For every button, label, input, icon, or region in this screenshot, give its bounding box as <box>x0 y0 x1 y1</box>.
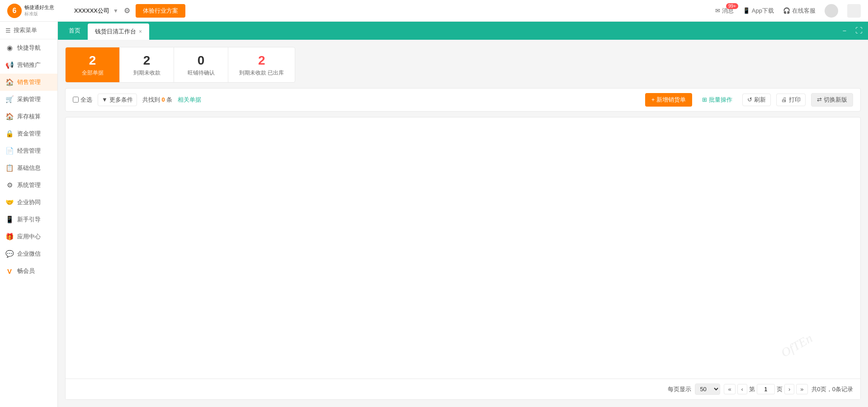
service-label: 在线客服 <box>792 7 816 15</box>
app-center-icon: 🎁 <box>5 233 14 241</box>
system-icon: ⚙ <box>5 181 14 189</box>
sidebar-item-label: 资金管理 <box>17 130 41 138</box>
sidebar-item-wechat[interactable]: 💬 企业微信 <box>0 245 57 262</box>
toolbar: 全选 ▼ 更多条件 共找到 0 条 相关单据 + 新增销货单 <box>65 88 861 112</box>
switch-btn[interactable]: ⇄ 切换新版 <box>811 93 853 107</box>
company-dropdown-icon: ▼ <box>113 8 118 14</box>
table-area: 每页显示 50 100 200 « ‹ 第 1 页 › » <box>65 117 861 400</box>
sidebar-item-label: 应用中心 <box>17 233 41 241</box>
page-input[interactable]: 1 <box>757 384 775 394</box>
tab-home[interactable]: 首页 <box>61 22 88 40</box>
search-label: 搜索菜单 <box>14 26 37 34</box>
logo-sub: 标准版 <box>24 11 54 17</box>
next-page-btn[interactable]: › <box>784 384 794 394</box>
sidebar-item-quick-nav[interactable]: ◉ 快捷导航 <box>0 39 57 56</box>
stat-pending-label: 旺铺待确认 <box>185 69 217 77</box>
batch-btn[interactable]: ⊞ 批量操作 <box>698 94 737 106</box>
purchase-icon: 🛒 <box>5 95 14 103</box>
tab-active[interactable]: 钱货日清工作台 × <box>88 23 149 40</box>
search-icon: ☰ <box>5 27 11 34</box>
related-btn[interactable]: 相关单据 <box>178 96 201 104</box>
first-page-btn[interactable]: « <box>724 384 735 394</box>
quick-nav-icon: ◉ <box>5 44 14 52</box>
sidebar-item-label: 销售管理 <box>17 78 41 86</box>
stat-overdue-label: 到期未收款 <box>131 69 163 77</box>
logo-text: 畅捷通好生意 <box>24 4 54 10</box>
sidebar-item-purchase[interactable]: 🛒 采购管理 <box>0 91 57 108</box>
sidebar-item-member[interactable]: V 畅会员 <box>0 262 57 280</box>
sidebar-item-label: 基础信息 <box>17 164 41 172</box>
sidebar-item-finance[interactable]: 🔒 资金管理 <box>0 125 57 142</box>
refresh-btn[interactable]: ↺ 刷新 <box>742 94 771 106</box>
layout: ☰ 搜索菜单 ◉ 快捷导航 📢 营销推广 🏠 销售管理 🛒 采购管理 🏠 库存核… <box>0 22 868 407</box>
sidebar-item-label: 库存核算 <box>17 112 41 121</box>
user-menu[interactable] <box>847 4 861 18</box>
sidebar-item-operations[interactable]: 📄 经营管理 <box>0 142 57 159</box>
switch-icon: ⇄ <box>817 96 822 103</box>
logo-icon: 6 <box>7 4 22 18</box>
stat-pending-num: 0 <box>185 53 217 68</box>
sidebar-item-system[interactable]: ⚙ 系统管理 <box>0 177 57 194</box>
refresh-icon: ↺ <box>747 96 752 103</box>
tab-minimize-btn[interactable]: － <box>839 24 850 37</box>
service-icon: 🎧 <box>783 7 790 14</box>
main: 首页 钱货日清工作台 × － ⛶ 2 全部单据 2 到期未收款 <box>58 22 868 407</box>
sidebar-item-inventory[interactable]: 🏠 库存核算 <box>0 108 57 125</box>
found-text: 共找到 0 条 <box>142 96 172 104</box>
settings-icon[interactable]: ⚙ <box>124 6 130 15</box>
sidebar-item-enterprise[interactable]: 🤝 企业协同 <box>0 194 57 211</box>
company-name: XXXXXX公司 <box>74 7 109 15</box>
select-all-checkbox[interactable]: 全选 <box>73 96 92 104</box>
member-icon: V <box>5 267 14 275</box>
app-download-btn[interactable]: 📱 App下载 <box>743 7 774 15</box>
per-page-select[interactable]: 50 100 200 <box>695 384 720 395</box>
avatar[interactable] <box>825 4 838 18</box>
content: 2 全部单据 2 到期未收款 0 旺铺待确认 2 到期未收款 已出库 <box>58 40 868 407</box>
toolbar-right: + 新增销货单 ⊞ 批量操作 ↺ 刷新 🖨 打印 ⇄ <box>645 93 853 107</box>
tabs-bar: 首页 钱货日清工作台 × － ⛶ <box>58 22 868 40</box>
refresh-label: 刷新 <box>754 96 766 104</box>
sidebar-item-guide[interactable]: 📱 新手引导 <box>0 211 57 228</box>
tab-close-icon[interactable]: × <box>139 28 142 35</box>
sidebar-item-label: 采购管理 <box>17 95 41 103</box>
new-order-btn[interactable]: + 新增销货单 <box>645 93 692 107</box>
message-btn[interactable]: ✉ 消息 99+ <box>715 7 734 15</box>
sidebar: ☰ 搜索菜单 ◉ 快捷导航 📢 营销推广 🏠 销售管理 🛒 采购管理 🏠 库存核… <box>0 22 58 407</box>
tabs-controls: － ⛶ <box>839 24 864 37</box>
sidebar-item-sales[interactable]: 🏠 销售管理 <box>0 74 57 91</box>
batch-label: 批量操作 <box>709 96 732 104</box>
sidebar-item-label: 快捷导航 <box>17 44 41 52</box>
sales-icon: 🏠 <box>5 78 14 86</box>
operations-icon: 📄 <box>5 147 14 155</box>
found-count: 0 <box>162 96 165 103</box>
trial-btn[interactable]: 体验行业方案 <box>136 4 185 18</box>
filter-btn[interactable]: ▼ 更多条件 <box>98 94 137 106</box>
inventory-icon: 🏠 <box>5 112 14 121</box>
sidebar-item-basic-info[interactable]: 📋 基础信息 <box>0 159 57 177</box>
sidebar-item-marketing[interactable]: 📢 营销推广 <box>0 56 57 74</box>
page-prefix: 第 <box>749 385 755 393</box>
stat-overdue[interactable]: 2 到期未收款 <box>120 47 174 82</box>
last-page-btn[interactable]: » <box>796 384 807 394</box>
switch-label: 切换新版 <box>824 96 847 104</box>
stat-all-label: 全部单据 <box>76 69 108 77</box>
stat-all[interactable]: 2 全部单据 <box>66 47 120 82</box>
search-menu[interactable]: ☰ 搜索菜单 <box>0 22 57 39</box>
tab-maximize-btn[interactable]: ⛶ <box>854 24 864 37</box>
company-selector[interactable]: XXXXXX公司 ▼ <box>74 7 118 15</box>
select-all-input[interactable] <box>73 97 79 103</box>
select-all-label: 全选 <box>80 96 92 104</box>
stat-pending[interactable]: 0 旺铺待确认 <box>174 47 228 82</box>
print-btn[interactable]: 🖨 打印 <box>776 94 806 106</box>
filter-icon: ▼ <box>102 96 108 103</box>
service-btn[interactable]: 🎧 在线客服 <box>783 7 816 15</box>
stat-out-num: 2 <box>239 53 284 68</box>
pagination: 每页显示 50 100 200 « ‹ 第 1 页 › » <box>66 379 860 399</box>
sidebar-item-label: 畅会员 <box>17 267 35 275</box>
tab-label: 钱货日清工作台 <box>95 28 136 36</box>
sidebar-item-label: 系统管理 <box>17 181 41 189</box>
table-empty <box>66 117 860 379</box>
prev-page-btn[interactable]: ‹ <box>737 384 747 394</box>
sidebar-item-app-center[interactable]: 🎁 应用中心 <box>0 228 57 245</box>
stat-out[interactable]: 2 到期未收款 已出库 <box>228 47 295 82</box>
